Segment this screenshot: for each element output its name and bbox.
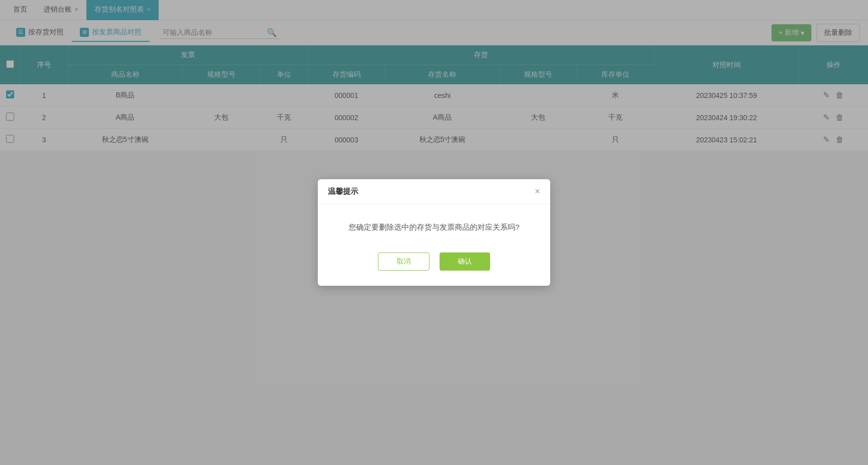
dialog-cancel-button[interactable]: 取消 — [378, 252, 429, 271]
confirm-dialog: 温馨提示 × 您确定要删除选中的存货与发票商品的对应关系吗? 取消 确认 — [318, 179, 550, 286]
dialog-close-button[interactable]: × — [535, 186, 540, 197]
modal-overlay: 温馨提示 × 您确定要删除选中的存货与发票商品的对应关系吗? 取消 确认 — [0, 0, 868, 465]
dialog-title: 温馨提示 — [328, 187, 358, 196]
dialog-message: 您确定要删除选中的存货与发票商品的对应关系吗? — [349, 223, 519, 231]
dialog-body: 您确定要删除选中的存货与发票商品的对应关系吗? — [318, 204, 550, 242]
dialog-header: 温馨提示 × — [318, 179, 550, 204]
dialog-footer: 取消 确认 — [318, 242, 550, 286]
dialog-confirm-button[interactable]: 确认 — [440, 252, 490, 271]
